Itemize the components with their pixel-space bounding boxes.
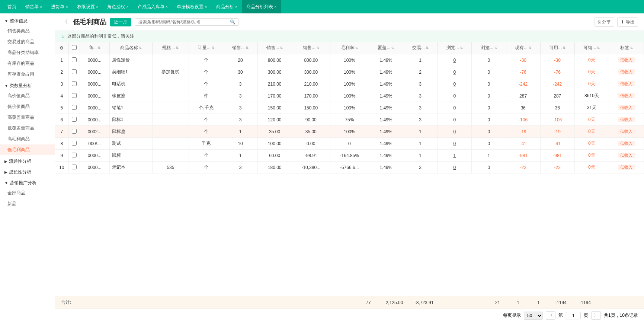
sidebar-group-marketing[interactable]: ▼ 营销推广分析 (0, 177, 55, 188)
nav-item-home[interactable]: 首页 (3, 0, 21, 13)
row-select-checkbox[interactable] (72, 129, 77, 134)
sidebar-item-new-goods[interactable]: 新品 (0, 198, 55, 209)
sales-qty-column-header[interactable]: 销售...⇅ (223, 42, 257, 54)
close-icon[interactable]: × (65, 4, 68, 9)
unit-column-header[interactable]: 计量...⇅ (189, 42, 223, 54)
prev-page-button[interactable]: 〈 (546, 311, 555, 320)
nav-item-analysis-list[interactable]: 商品分析列表 × (242, 0, 281, 13)
sidebar-item-all-goods[interactable]: 全部商品 (0, 188, 55, 198)
nav-item-permissions[interactable]: 权限设置 × (73, 0, 103, 13)
row-checkbox[interactable] (68, 54, 80, 66)
sidebar-item-low-coverage[interactable]: 低覆盖量商品 (0, 123, 55, 134)
close-icon[interactable]: × (126, 4, 128, 9)
select-all-checkbox[interactable] (72, 45, 77, 50)
row-view1[interactable]: 0 (438, 90, 472, 102)
row-view1[interactable]: 0 (438, 162, 472, 173)
sidebar-item-in-stock[interactable]: 有库存的商品 (0, 58, 55, 69)
transaction-column-header[interactable]: 交易...⇅ (403, 42, 438, 54)
row-view1[interactable]: 0 (438, 138, 472, 150)
row-checkbox[interactable] (68, 138, 80, 150)
sidebar-item-low-value[interactable]: 低价值商品 (0, 101, 55, 112)
row-checkbox[interactable] (68, 90, 80, 102)
view1-column-header[interactable]: 浏览...⇅ (438, 42, 472, 54)
view1-link[interactable]: 0 (453, 93, 456, 99)
row-view1[interactable]: 0 (438, 126, 472, 138)
sidebar-item-capital[interactable]: 库存资金占用 (0, 69, 55, 80)
row-view1[interactable]: 0 (438, 66, 472, 78)
nav-item-production[interactable]: 产成品入库单 × (133, 0, 172, 13)
checkbox-column-header[interactable] (68, 42, 80, 54)
search-icon[interactable]: 🔍 (230, 19, 236, 25)
sidebar-item-high-coverage[interactable]: 高覆盖量商品 (0, 112, 55, 123)
coverage-column-header[interactable]: 覆盖...⇅ (369, 42, 403, 54)
per-page-select[interactable]: 50 20 100 (524, 312, 543, 320)
close-icon[interactable]: × (96, 4, 98, 9)
view1-link[interactable]: 0 (453, 129, 456, 134)
close-icon[interactable]: × (235, 4, 237, 9)
spec-column-header[interactable]: 规格...⇅ (152, 42, 189, 54)
view1-link[interactable]: 0 (453, 105, 456, 111)
sidebar-item-sales-goods[interactable]: 销售类商品 (0, 26, 55, 36)
row-select-checkbox[interactable] (72, 117, 77, 122)
sidebar-item-category-rate[interactable]: 商品分类助销率 (0, 47, 55, 58)
export-button[interactable]: ⬆ 导出 (617, 17, 638, 27)
nav-item-sales[interactable]: 销货单 × (21, 0, 47, 13)
view1-link[interactable]: 0 (453, 58, 456, 63)
sidebar-item-traded-goods[interactable]: 交易过的商品 (0, 36, 55, 47)
sales-amount-column-header[interactable]: 销售...⇅ (257, 42, 292, 54)
row-checkbox[interactable] (68, 66, 80, 78)
row-view1[interactable]: 0 (438, 54, 472, 66)
next-page-button[interactable]: 〉 (591, 311, 601, 320)
sales-profit-column-header[interactable]: 销售...⇅ (292, 42, 330, 54)
saleable-column-header[interactable]: 可销...⇅ (574, 42, 609, 54)
sidebar-group-growth[interactable]: ▶ 成长性分析 (0, 166, 55, 177)
view1-link[interactable]: 0 (453, 117, 456, 122)
sidebar-item-low-margin[interactable]: 低毛利商品 (0, 144, 55, 155)
view1-link[interactable]: 0 (453, 141, 456, 146)
sidebar-group-liquidity[interactable]: ▶ 流通性分析 (0, 155, 55, 166)
search-input[interactable] (138, 19, 230, 25)
current-stock-column-header[interactable]: 现有...⇅ (506, 42, 540, 54)
row-select-checkbox[interactable] (72, 81, 77, 86)
name-column-header[interactable]: 商品名称⇅ (109, 42, 152, 54)
sidebar-group-overview[interactable]: ▼ 整体信息 (0, 15, 55, 26)
view2-column-header[interactable]: 浏览...⇅ (472, 42, 506, 54)
row-checkbox[interactable] (68, 114, 80, 126)
row-view1[interactable]: 1 (438, 150, 472, 162)
code-column-header[interactable]: 商...⇅ (80, 42, 109, 54)
row-view1[interactable]: 0 (438, 102, 472, 114)
sidebar-collapse-button[interactable]: 《 (61, 17, 69, 27)
row-view1[interactable]: 0 (438, 78, 472, 90)
gross-margin-column-header[interactable]: 毛利率⇅ (330, 42, 369, 54)
row-checkbox[interactable] (68, 150, 80, 162)
close-icon[interactable]: × (166, 4, 168, 9)
sidebar-item-high-value[interactable]: 高价值商品 (0, 90, 55, 101)
row-checkbox[interactable] (68, 126, 80, 138)
row-select-checkbox[interactable] (72, 93, 77, 98)
row-checkbox[interactable] (68, 162, 80, 173)
share-button[interactable]: ⎘ 分享 (595, 17, 614, 27)
row-select-checkbox[interactable] (72, 57, 77, 62)
sidebar-group-quantity[interactable]: ▼ 类数量分析 (0, 80, 55, 90)
tag-column-header[interactable]: 标签⇅ (609, 42, 644, 54)
row-view1[interactable]: 0 (438, 114, 472, 126)
page-number-input[interactable] (566, 312, 581, 319)
row-select-checkbox[interactable] (72, 105, 77, 110)
close-icon[interactable]: × (40, 4, 42, 9)
row-select-checkbox[interactable] (72, 141, 77, 146)
close-icon[interactable]: × (274, 4, 276, 9)
row-select-checkbox[interactable] (72, 165, 77, 169)
close-icon[interactable]: × (205, 4, 207, 9)
row-select-checkbox[interactable] (72, 69, 77, 74)
view1-link[interactable]: 1 (453, 153, 456, 158)
nav-item-template[interactable]: 单据模板设置 × (172, 0, 211, 13)
available-column-header[interactable]: 可用...⇅ (540, 42, 574, 54)
view1-link[interactable]: 0 (453, 165, 456, 170)
nav-item-roles[interactable]: 角色授权 × (103, 0, 133, 13)
nav-item-purchase[interactable]: 进货单 × (47, 0, 72, 13)
settings-column-header[interactable]: ⚙ (55, 42, 68, 54)
view1-link[interactable]: 0 (453, 82, 456, 87)
row-checkbox[interactable] (68, 78, 80, 90)
row-select-checkbox[interactable] (72, 153, 77, 157)
view1-link[interactable]: 0 (453, 70, 456, 75)
